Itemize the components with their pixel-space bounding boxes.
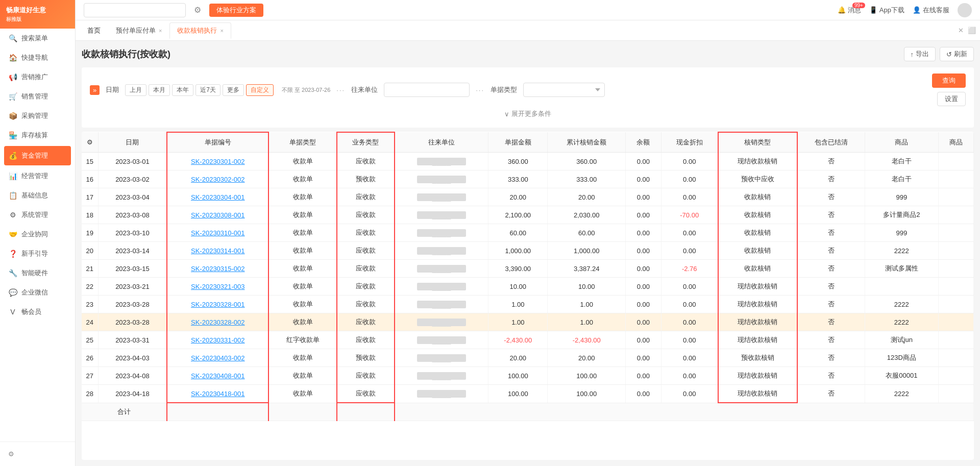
cell-accum-amount: 20.00 [548,188,626,206]
online-service-button[interactable]: 👤 在线客服 [913,6,949,15]
sidebar-item-label: 畅会员 [21,307,41,316]
sidebar-item-weixin[interactable]: 💬 企业微信 [0,283,75,302]
col-writeoff-type: 核销类型 [718,132,797,153]
sidebar-item-newbie[interactable]: ❓ 新手引导 [0,244,75,263]
sidebar-item-basic-info[interactable]: 📋 基础信息 [0,186,75,205]
cell-accum-amount: 100.00 [548,385,626,403]
sidebar-settings[interactable]: ⚙ [0,446,75,462]
code-link[interactable]: SK-20230331-002 [191,336,245,344]
cell-amount: 100.00 [488,385,548,403]
cell-product1: 999 [865,188,938,206]
cell-code: SK-20230301-002 [167,153,268,170]
cell-voucher-type: 收款单 [268,260,337,278]
export-icon: ↑ [911,51,914,58]
user-avatar[interactable] [958,3,972,17]
counterpart-input[interactable] [384,83,470,97]
sidebar-item-operations[interactable]: 📊 经营管理 [0,166,75,186]
refresh-icon: ↺ [946,51,952,58]
cell-writeoff-type: 现结收款核销 [718,385,797,403]
sidebar-item-inventory[interactable]: 🏪 库存核算 [0,126,75,145]
code-link[interactable]: SK-20230328-002 [191,318,245,326]
cell-product1: 2222 [865,242,938,260]
cell-amount: 3,390.00 [488,260,548,278]
code-link[interactable]: SK-20230418-001 [191,390,245,398]
refresh-button[interactable]: ↺ 刷新 [940,47,974,61]
date-btn-7days[interactable]: 近7天 [195,84,220,96]
cell-voucher-type: 收款单 [268,224,337,242]
code-link[interactable]: SK-20230310-001 [191,229,245,237]
expand-more-btn[interactable]: ∨ 展开更多条件 [90,106,966,121]
sidebar-item-system[interactable]: ⚙ 系统管理 [0,205,75,225]
tab-home[interactable]: 首页 [80,22,108,39]
bell-icon: 🔔 [838,6,846,14]
cell-product2 [938,260,973,278]
maximize-icon[interactable]: ⬜ [968,27,976,34]
table-row: 20 2023-03-14 SK-20230314-001 收款单 应收款 ██… [82,242,974,260]
cell-amount: 100.00 [488,367,548,385]
cell-accum-amount: 1.00 [548,296,626,313]
cell-date: 2023-04-03 [98,349,167,367]
code-link[interactable]: SK-20230304-001 [191,193,245,201]
topbar-gear-icon[interactable]: ⚙ [194,5,201,15]
code-link[interactable]: SK-20230328-001 [191,301,245,308]
code-link[interactable]: SK-20230302-002 [191,176,245,183]
export-button[interactable]: ↑ 导出 [904,47,936,61]
sidebar-item-member[interactable]: V 畅会员 [0,302,75,322]
tab-prepayment[interactable]: 预付单应付单 × [108,22,169,39]
col-code: 单据编号 [167,132,268,153]
sidebar-item-finance[interactable]: 💰 资金管理 [4,146,71,165]
messages-button[interactable]: 🔔 消息 99+ [838,6,861,15]
sidebar-item-label: 企业协同 [21,230,48,239]
date-btn-more[interactable]: 更多 [223,84,244,96]
cell-amount: 1.00 [488,296,548,313]
sidebar-item-purchase[interactable]: 📦 采购管理 [0,106,75,126]
tab-close-prepayment[interactable]: × [159,28,162,34]
col-settings[interactable]: ⚙ [82,132,98,153]
filter-ellipsis: ··· [336,86,345,94]
cell-cash-discount: 0.00 [661,170,718,188]
cell-biz-type: 应收款 [337,242,395,260]
query-button[interactable]: 查询 [932,73,966,88]
code-link[interactable]: SK-20230408-001 [191,372,245,380]
cell-included: 否 [797,242,865,260]
cell-counterpart: ████ [395,206,488,224]
code-link[interactable]: SK-20230321-003 [191,283,245,290]
sidebar-item-collab[interactable]: 🤝 企业协同 [0,225,75,244]
sidebar-item-marketing[interactable]: 📢 营销推广 [0,67,75,87]
table-row: 25 2023-03-31 SK-20230331-002 红字收款单 应收款 … [82,331,974,349]
solution-button[interactable]: 体验行业方案 [209,4,263,17]
date-btn-this-month[interactable]: 本月 [149,84,170,96]
close-all-icon[interactable]: ✕ [958,27,964,34]
sidebar-item-search[interactable]: 🔍 搜索菜单 [0,29,75,48]
topbar-search-input[interactable] [84,3,186,17]
sidebar-item-hardware[interactable]: 🔧 智能硬件 [0,263,75,283]
tab-writeoff[interactable]: 收款核销执行 × [169,22,231,39]
sidebar-item-nav[interactable]: 🏠 快捷导航 [0,48,75,67]
code-link[interactable]: SK-20230315-002 [191,265,245,273]
cell-biz-type: 应收款 [337,206,395,224]
app-download-button[interactable]: 📱 App下载 [869,6,904,15]
code-link[interactable]: SK-20230308-001 [191,211,245,219]
cell-cash-discount: 0.00 [661,349,718,367]
tab-close-writeoff[interactable]: × [220,28,223,34]
cell-biz-type: 应收款 [337,188,395,206]
col-amount: 单据金额 [488,132,548,153]
settings-button[interactable]: 设置 [937,92,966,106]
date-btn-prev-month[interactable]: 上月 [125,84,146,96]
sidebar-item-sales[interactable]: 🛒 销售管理 [0,87,75,106]
page-body: 收款核销执行(按收款) ↑ 导出 ↺ 刷新 » 日期 上月 本月 [76,41,980,466]
code-link[interactable]: SK-20230301-002 [191,158,245,165]
hardware-icon: 🔧 [8,268,17,278]
voucher-type-select[interactable]: 收款单 红字收款单 [523,83,605,97]
table-row: 27 2023-04-08 SK-20230408-001 收款单 应收款 ██… [82,367,974,385]
filter-expand-btn[interactable]: » [90,85,100,95]
cell-id: 21 [82,260,98,278]
page-title: 收款核销执行(按收款) [82,48,170,60]
total-code [167,403,268,421]
code-link[interactable]: SK-20230314-001 [191,247,245,255]
cell-counterpart: ████ [395,153,488,170]
code-link[interactable]: SK-20230403-002 [191,354,245,362]
date-btn-custom[interactable]: 自定义 [246,84,274,96]
date-btn-this-year[interactable]: 本年 [172,84,193,96]
cell-code: SK-20230314-001 [167,242,268,260]
